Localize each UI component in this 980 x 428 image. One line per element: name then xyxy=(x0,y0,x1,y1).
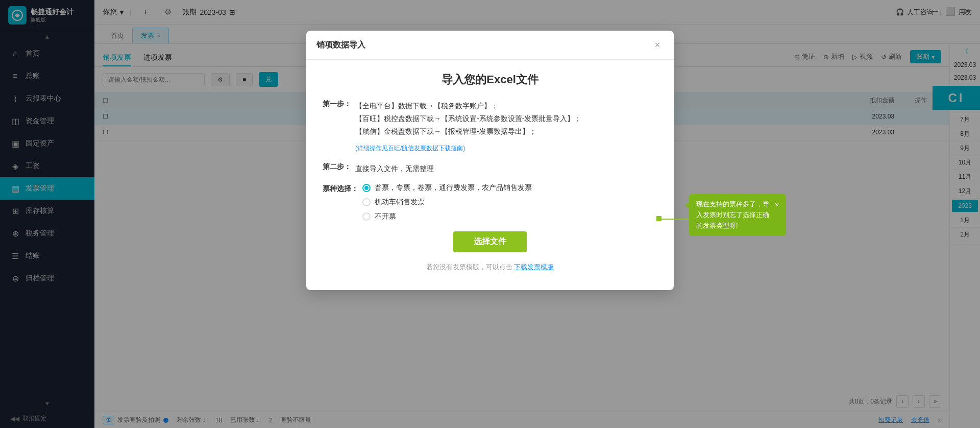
step1-row: 第一步： 【全电平台】数据下载→【税务数字账户】； 【百旺】税控盘数据下载→【系… xyxy=(323,100,657,154)
radio-normal-label: 普票，专票，卷票，通行费发票，农产品销售发票 xyxy=(375,183,532,193)
tooltip-arrow xyxy=(685,202,689,208)
modal-body: 导入您的Excel文件 第一步： 【全电平台】数据下载→【税务数字账户】； 【百… xyxy=(306,60,674,290)
select-file-btn[interactable]: 选择文件 xyxy=(453,231,527,252)
modal-overlay: 销项数据导入 × 导入您的Excel文件 第一步： 【全电平台】数据下载→【税务… xyxy=(0,0,980,428)
tooltip-text: 现在支持的票种多了，导入发票时别忘了选择正确的发票类型呀! xyxy=(696,199,773,231)
step1-line3: 【航信】金税盘数据下载→【报税管理-发票数据导出】； xyxy=(355,125,581,138)
step2-content: 直接导入文件，无需整理 xyxy=(355,162,434,175)
tooltip-dot xyxy=(656,216,662,221)
step2-label: 第二步： xyxy=(323,162,351,175)
tooltip-container: 现在支持的票种多了，导入发票时别忘了选择正确的发票类型呀! × xyxy=(689,194,786,236)
modal-footer: 若您没有发票模版，可以点击 下载发票模版 xyxy=(323,263,657,280)
modal-header: 销项数据导入 × xyxy=(306,31,674,60)
import-title: 导入您的Excel文件 xyxy=(323,72,657,87)
radio-group: 普票，专票，卷票，通行费发票，农产品销售发票 机动车销售发票 不开票 xyxy=(362,183,532,221)
step1-label: 第一步： xyxy=(323,100,351,154)
radio-motor[interactable]: 机动车销售发票 xyxy=(362,198,532,207)
step2-row: 第二步： 直接导入文件，无需整理 xyxy=(323,162,657,175)
radio-normal[interactable]: 普票，专票，卷票，通行费发票，农产品销售发票 xyxy=(362,183,532,193)
radio-motor-label: 机动车销售发票 xyxy=(375,198,425,207)
modal-close-btn[interactable]: × xyxy=(651,39,664,51)
tooltip-bubble: 现在支持的票种多了，导入发票时别忘了选择正确的发票类型呀! × xyxy=(689,194,786,236)
radio-circle-none xyxy=(362,212,371,221)
ticket-selection: 票种选择： 普票，专票，卷票，通行费发票，农产品销售发票 xyxy=(323,183,657,221)
radio-circle-normal xyxy=(362,184,371,192)
step1-content: 【全电平台】数据下载→【税务数字账户】； 【百旺】税控盘数据下载→【系统设置-系… xyxy=(355,100,581,154)
tooltip-line xyxy=(658,219,689,220)
download-template-link[interactable]: 下载发票模版 xyxy=(514,263,554,271)
step1-line2: 【百旺】税控盘数据下载→【系统设置-系统参数设置-发票批量导入】； xyxy=(355,112,581,125)
radio-none-label: 不开票 xyxy=(375,212,396,221)
tooltip-close-btn[interactable]: × xyxy=(775,199,779,210)
ticket-label: 票种选择： xyxy=(323,183,358,194)
import-modal: 销项数据导入 × 导入您的Excel文件 第一步： 【全电平台】数据下载→【税务… xyxy=(306,31,674,290)
radio-dot-normal xyxy=(364,186,369,190)
radio-none[interactable]: 不开票 xyxy=(362,212,532,221)
guide-link[interactable]: (详细操作见百旺/航信发票数据下载指南) xyxy=(355,145,465,152)
step1-line1: 【全电平台】数据下载→【税务数字账户】； xyxy=(355,100,581,112)
footer-text: 若您没有发票模版，可以点击 xyxy=(426,263,512,271)
select-file-section: 选择文件 xyxy=(323,231,657,252)
modal-title: 销项数据导入 xyxy=(316,40,365,51)
radio-circle-motor xyxy=(362,198,371,206)
